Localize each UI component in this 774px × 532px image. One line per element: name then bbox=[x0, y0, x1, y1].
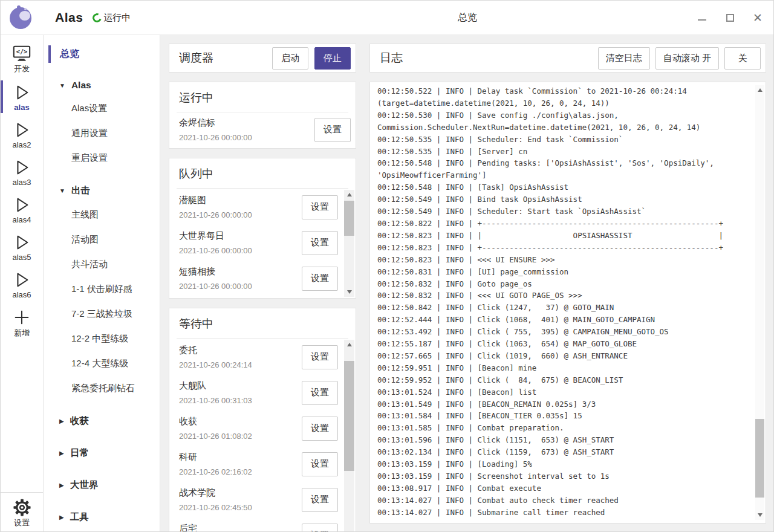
maximize-button[interactable] bbox=[725, 13, 735, 22]
close-button[interactable]: ✕ bbox=[753, 13, 763, 22]
rail-item-label: alas bbox=[14, 103, 29, 112]
app-title: Alas bbox=[55, 10, 83, 25]
rail-item-alas3[interactable]: alas3 bbox=[1, 153, 43, 190]
task-settings-button[interactable]: 设置 bbox=[302, 488, 338, 512]
menu-group-header[interactable]: ▶工具 bbox=[44, 505, 160, 529]
task-next-run-time: 2021-10-26 00:24:14 bbox=[179, 360, 302, 369]
scheduler-card: 调度器 启动 停止 bbox=[169, 44, 356, 73]
log-line: 00:12:50.822 | INFO | +-----------------… bbox=[377, 218, 754, 230]
waiting-scrollbar[interactable] bbox=[344, 340, 354, 532]
rail-item-alas5[interactable]: alas5 bbox=[1, 228, 43, 265]
task-name: 大舰队 bbox=[179, 380, 302, 392]
running-card: 运行中 余烬信标2021-10-26 00:00:00设置 bbox=[169, 82, 356, 149]
clear-log-button[interactable]: 清空日志 bbox=[598, 47, 650, 70]
stop-button[interactable]: 停止 bbox=[314, 47, 351, 70]
log-line: 00:12:50.548 | INFO | Pending tasks: ['O… bbox=[377, 157, 754, 169]
menu-group-header[interactable]: ▶收获 bbox=[44, 409, 160, 433]
menu-group-header[interactable]: ▼出击 bbox=[44, 179, 160, 203]
menu-item[interactable]: 共斗活动 bbox=[44, 252, 160, 277]
task-name: 短猫相接 bbox=[179, 266, 302, 277]
menu-item[interactable]: 主线图 bbox=[44, 203, 160, 227]
task-settings-button[interactable]: 设置 bbox=[302, 231, 338, 255]
status-text: 运行中 bbox=[103, 12, 131, 24]
task-settings-button[interactable]: 设置 bbox=[302, 452, 338, 476]
log-line: 00:12:55.187 | INFO | Click (1063, 654) … bbox=[377, 338, 754, 350]
scroll-up-icon[interactable] bbox=[344, 190, 354, 199]
rail-item-alas6[interactable]: alas6 bbox=[1, 265, 43, 303]
chevron-down-icon: ▼ bbox=[59, 187, 65, 194]
task-info: 后宅2021-10-26 04:19:27 bbox=[179, 523, 302, 532]
menu-item[interactable]: 7-2 三战捡垃圾 bbox=[44, 302, 160, 326]
scrollbar-thumb[interactable] bbox=[344, 201, 354, 236]
menu-item[interactable]: 12-4 大型练级 bbox=[44, 351, 160, 376]
menu-item[interactable]: 重启设置 bbox=[44, 146, 160, 170]
task-settings-button[interactable]: 设置 bbox=[314, 118, 351, 142]
pending-scrollbar[interactable] bbox=[344, 190, 354, 297]
minimize-button[interactable] bbox=[697, 13, 707, 22]
rail-item-add[interactable]: 新增 bbox=[1, 303, 43, 342]
log-line: 00:13:01.549 | INFO | [BEACON_REMAIN 0.0… bbox=[377, 398, 754, 410]
task-row: 收获2021-10-26 01:08:02设置 bbox=[169, 411, 343, 447]
task-next-run-time: 2021-10-26 00:00:00 bbox=[179, 246, 302, 255]
start-button[interactable]: 启动 bbox=[272, 47, 308, 70]
scheduler-status: 运行中 bbox=[93, 12, 131, 24]
rail-item-label: alas2 bbox=[12, 140, 31, 149]
rail-item-label: 新增 bbox=[14, 328, 30, 339]
play-icon bbox=[12, 83, 31, 102]
task-settings-button[interactable]: 设置 bbox=[302, 417, 338, 441]
scrollbar-thumb[interactable] bbox=[755, 419, 764, 498]
log-scrollbar[interactable] bbox=[755, 85, 764, 520]
log-header-card: 日志 清空日志 自动滚动 开 关 bbox=[369, 44, 766, 73]
task-settings-button[interactable]: 设置 bbox=[302, 345, 338, 369]
task-info: 潜艇图2021-10-26 00:00:00 bbox=[179, 195, 302, 219]
rail-item-label: 设置 bbox=[14, 517, 30, 528]
log-line: 00:13:14.027 | INFO | Submarine call tim… bbox=[377, 507, 754, 519]
menu-item[interactable]: 通用设置 bbox=[44, 121, 160, 146]
rail-item-dev[interactable]: </> 开发 bbox=[1, 39, 43, 78]
autoscroll-toggle-button[interactable]: 自动滚动 开 bbox=[655, 47, 719, 70]
scheduler-dashboard: 调度器 启动 停止 运行中 余烬信标2021-10-26 00:00:00设置 … bbox=[160, 35, 362, 532]
menu-item-overview[interactable]: 总览 bbox=[44, 42, 160, 66]
menu-group: ▶工具 bbox=[44, 505, 160, 529]
log-line: 'OpsiMeowfficerFarming'] bbox=[377, 169, 754, 181]
menu-item[interactable]: 活动图 bbox=[44, 227, 160, 252]
task-settings-button[interactable]: 设置 bbox=[302, 524, 338, 532]
task-row: 短猫相接2021-10-26 00:00:00设置 bbox=[169, 261, 343, 297]
menu-group-header[interactable]: ▶大世界 bbox=[44, 473, 160, 497]
task-name: 后宅 bbox=[179, 523, 302, 532]
log-off-button[interactable]: 关 bbox=[724, 47, 761, 70]
svg-text:</>: </> bbox=[16, 48, 28, 55]
rail-item-alas2[interactable]: alas2 bbox=[1, 115, 43, 153]
scroll-up-icon[interactable] bbox=[755, 85, 764, 95]
scrollbar-thumb[interactable] bbox=[344, 361, 354, 471]
task-info: 战术学院2021-10-26 02:45:50 bbox=[179, 487, 302, 512]
menu-group-header[interactable]: ▶日常 bbox=[44, 441, 160, 465]
menu-group-label: 大世界 bbox=[70, 479, 99, 491]
rail-item-alas[interactable]: alas bbox=[1, 78, 43, 115]
log-pane: 日志 清空日志 自动滚动 开 关 00:12:50.522 | INFO | D… bbox=[362, 35, 773, 532]
log-line: 00:12:59.952 | INFO | Click ( 84, 675) @… bbox=[377, 374, 754, 386]
menu-item[interactable]: Alas设置 bbox=[44, 96, 160, 121]
rail-item-settings[interactable]: 设置 bbox=[1, 493, 43, 532]
rail-item-alas4[interactable]: alas4 bbox=[1, 190, 43, 228]
running-title: 运行中 bbox=[177, 82, 348, 112]
task-settings-button[interactable]: 设置 bbox=[302, 195, 338, 219]
rail-item-label: alas6 bbox=[12, 290, 31, 299]
task-name: 委托 bbox=[179, 345, 302, 356]
plus-icon bbox=[12, 308, 31, 327]
task-row: 科研2021-10-26 02:16:02设置 bbox=[169, 447, 343, 482]
task-settings-button[interactable]: 设置 bbox=[302, 267, 338, 291]
pending-card: 队列中 潜艇图2021-10-26 00:00:00设置大世界每日2021-10… bbox=[169, 158, 356, 299]
menu-item[interactable]: 12-2 中型练级 bbox=[44, 326, 160, 351]
task-next-run-time: 2021-10-26 00:00:00 bbox=[179, 282, 302, 291]
scroll-down-icon[interactable] bbox=[755, 510, 764, 520]
log-line: 00:12:50.535 | INFO | [Server] cn bbox=[377, 146, 754, 158]
menu-item[interactable]: 1-1 伏击刷好感 bbox=[44, 277, 160, 302]
scroll-down-icon[interactable] bbox=[344, 287, 354, 297]
task-name: 大世界每日 bbox=[179, 230, 302, 242]
task-settings-button[interactable]: 设置 bbox=[302, 381, 338, 405]
scroll-up-icon[interactable] bbox=[344, 340, 354, 349]
menu-item[interactable]: 紧急委托刷钻石 bbox=[44, 376, 160, 401]
menu-group-header[interactable]: ▼Alas bbox=[44, 74, 160, 96]
gear-icon bbox=[12, 498, 31, 517]
